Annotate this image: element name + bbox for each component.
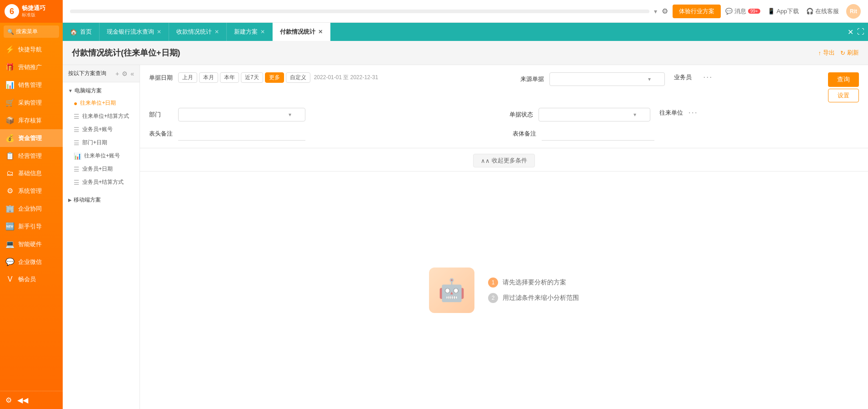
top-header: ▾ ⚙ 体验行业方案 💬 消息 99+ 📱 App下载 🎧 在线客服 Rit <box>63 0 868 23</box>
filter-area: 单据日期 上月 本月 本年 近7天 更多 自定义 2022-01-01 至 20… <box>140 65 868 148</box>
sidebar-item-sales[interactable]: 📊 销售管理 <box>0 76 63 94</box>
messages-button[interactable]: 💬 消息 99+ <box>725 7 760 15</box>
download-icon: 📱 <box>768 8 775 15</box>
doc-status-filter-group: 单据状态 ▾ <box>509 108 650 121</box>
user-dropdown-icon[interactable]: ▾ <box>654 8 657 15</box>
system-icon: ⚙ <box>5 187 15 195</box>
date-last-7-days[interactable]: 近7天 <box>241 72 263 83</box>
page-content: 付款情况统计(往来单位+日期) ↑ 导出 ↻ 刷新 按以下方案查询 + <box>63 41 868 409</box>
date-this-month[interactable]: 本月 <box>199 72 218 83</box>
sidebar-item-enterprise[interactable]: 🏢 企业协同 <box>0 200 63 217</box>
sidebar-item-capital[interactable]: 💰 资金管理 <box>0 129 63 147</box>
tab-close-payment-stats[interactable]: ✕ <box>318 29 323 35</box>
scheme-collapse-icon[interactable]: « <box>130 70 134 77</box>
scheme-header-actions: + ⚙ « <box>115 70 134 77</box>
partner-filter-dots[interactable]: ··· <box>688 108 698 117</box>
doc-status-label: 单据状态 <box>509 111 535 119</box>
tab-bar: 🏠 首页 现金银行流水查询 ✕ 收款情况统计 ✕ 新建方案 ✕ 付款情况统计 ✕… <box>63 23 868 41</box>
tab-payment-stats[interactable]: 付款情况统计 ✕ <box>273 23 330 41</box>
scheme-item-dept-date[interactable]: ☰ 部门+日期 <box>63 136 140 149</box>
tab-bank-flow[interactable]: 现金银行流水查询 ✕ <box>100 23 169 41</box>
search-menu[interactable]: 🔍 搜索菜单 <box>4 25 59 38</box>
body-note-input[interactable] <box>542 127 654 141</box>
staff-filter-dots[interactable]: ··· <box>703 72 713 82</box>
scheme-add-icon[interactable]: + <box>115 70 119 77</box>
main-area: ▾ ⚙ 体验行业方案 💬 消息 99+ 📱 App下载 🎧 在线客服 Rit <box>63 0 868 409</box>
export-button[interactable]: ↑ 导出 <box>818 49 835 57</box>
membership-icon: V <box>5 275 15 283</box>
sidebar-item-membership[interactable]: V 畅会员 <box>0 271 63 288</box>
empty-state-inner: 🤖 1 请先选择要分析的方案 2 用过滤条件来缩小分析范围 <box>429 268 579 313</box>
sidebar-item-smart-hardware[interactable]: 💻 智能硬件 <box>0 235 63 253</box>
source-select[interactable]: ▾ <box>549 72 665 86</box>
sidebar-item-inventory[interactable]: 📦 库存核算 <box>0 111 63 129</box>
sidebar-item-guide[interactable]: 🆕 新手引导 <box>0 217 63 235</box>
operations-icon: 📋 <box>5 151 15 160</box>
refresh-button[interactable]: ↻ 刷新 <box>840 49 859 57</box>
empty-state: 🤖 1 请先选择要分析的方案 2 用过滤条件来缩小分析范围 <box>140 172 868 409</box>
sales-icon: 📊 <box>5 81 15 89</box>
empty-hints: 1 请先选择要分析的方案 2 用过滤条件来缩小分析范围 <box>488 278 579 303</box>
user-avatar[interactable]: Rit <box>846 4 861 19</box>
inventory-icon: 📦 <box>5 116 15 125</box>
scheme-settings-icon[interactable]: ⚙ <box>122 70 128 77</box>
sidebar-footer: ⚙ ◀◀ <box>0 391 63 409</box>
trial-button[interactable]: 体验行业方案 <box>673 5 721 18</box>
sidebar-item-quick-nav[interactable]: ⚡ 快捷导航 <box>0 40 63 58</box>
tab-close-new-scheme[interactable]: ✕ <box>260 29 265 35</box>
section-arrow-down: ▼ <box>68 88 73 93</box>
scheme-header-label: 按以下方案查询 <box>68 70 106 77</box>
dept-select[interactable]: ▾ <box>178 108 305 121</box>
collapse-row: ∧∧ 收起更多条件 <box>140 148 868 172</box>
scheme-item-partner-settlement[interactable]: ☰ 往来单位+结算方式 <box>63 110 140 123</box>
header-note-input[interactable] <box>178 127 305 141</box>
query-button[interactable]: 查询 <box>828 72 859 87</box>
source-filter-group: 来源单据 ▾ <box>520 72 665 86</box>
tab-home[interactable]: 🏠 首页 <box>63 23 100 41</box>
dept-filter-label: 部门 <box>149 111 175 119</box>
sidebar-item-marketing[interactable]: 🎁 营销推广 <box>0 58 63 76</box>
scheme-active-icon: ● <box>74 100 77 107</box>
mobile-section-toggle[interactable]: ▶ 移动端方案 <box>63 194 140 206</box>
collapse-button[interactable]: ∧∧ 收起更多条件 <box>473 154 535 167</box>
doc-status-select[interactable]: ▾ <box>539 108 650 121</box>
scheme-item-partner-account[interactable]: 📊 往来单位+账号 <box>63 149 140 162</box>
date-custom[interactable]: 自定义 <box>286 72 310 83</box>
scheme-icon-5: ☰ <box>74 179 80 186</box>
sidebar-item-purchase[interactable]: 🛒 采购管理 <box>0 94 63 111</box>
body-note-group: 表体备注 <box>513 127 654 141</box>
date-this-year[interactable]: 本年 <box>220 72 239 83</box>
sidebar-settings-icon[interactable]: ⚙ <box>5 396 12 404</box>
sidebar-item-basic-info[interactable]: 🗂 基础信息 <box>0 165 63 182</box>
date-filter-label: 单据日期 <box>149 74 175 82</box>
scheme-item-partner-date[interactable]: ● 往来单位+日期 <box>63 96 140 110</box>
date-last-month[interactable]: 上月 <box>178 72 197 83</box>
scheme-item-staff-settlement[interactable]: ☰ 业务员+结算方式 <box>63 176 140 189</box>
sidebar-collapse-icon[interactable]: ◀◀ <box>17 396 28 404</box>
section-arrow-right: ▶ <box>68 197 72 202</box>
scheme-panel-header: 按以下方案查询 + ⚙ « <box>63 65 140 82</box>
sidebar-item-system[interactable]: ⚙ 系统管理 <box>0 182 63 200</box>
tab-close-receipt-stats[interactable]: ✕ <box>215 29 219 35</box>
sidebar-item-operations[interactable]: 📋 经营管理 <box>0 147 63 165</box>
header-settings-icon[interactable]: ⚙ <box>662 7 668 15</box>
tab-new-scheme[interactable]: 新建方案 ✕ <box>227 23 273 41</box>
enterprise-icon: 🏢 <box>5 204 15 213</box>
app-download-button[interactable]: 📱 App下载 <box>768 7 799 15</box>
scheme-icon-3: 📊 <box>74 152 81 160</box>
desktop-section-toggle[interactable]: ▼ 电脑端方案 <box>63 85 140 96</box>
empty-hint-2: 2 用过滤条件来缩小分析范围 <box>488 293 579 303</box>
online-service-button[interactable]: 🎧 在线客服 <box>806 7 839 15</box>
close-all-tabs-icon[interactable]: ✕ <box>848 28 853 36</box>
settings-button[interactable]: 设置 <box>828 89 859 102</box>
sidebar-item-wechat[interactable]: 💬 企业微信 <box>0 253 63 271</box>
partner-filter-group: 往来单位 ··· <box>659 108 800 117</box>
tab-receipt-stats[interactable]: 收款情况统计 ✕ <box>169 23 227 41</box>
expand-icon[interactable]: ⛶ <box>857 28 864 36</box>
date-more[interactable]: 更多 <box>265 72 284 83</box>
scheme-item-staff-account[interactable]: ☰ 业务员+账号 <box>63 123 140 136</box>
user-selector[interactable] <box>70 10 649 13</box>
marketing-icon: 🎁 <box>5 63 15 71</box>
tab-close-bank-flow[interactable]: ✕ <box>157 29 161 35</box>
scheme-item-staff-date[interactable]: ☰ 业务员+日期 <box>63 162 140 176</box>
